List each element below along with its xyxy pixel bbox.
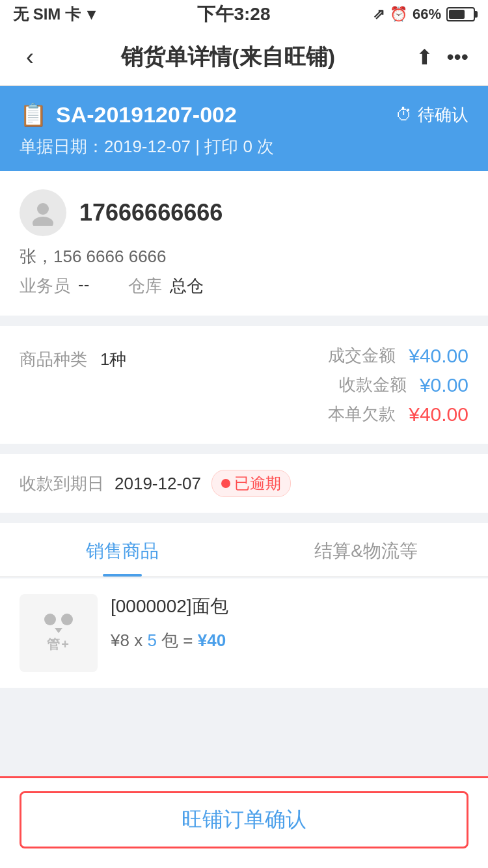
warehouse-label: 仓库 (128, 275, 162, 297)
order-status: ⏱ 待确认 (396, 103, 468, 126)
overdue-text: 已逾期 (234, 473, 281, 494)
nav-actions: ⬆ ••• (416, 45, 468, 70)
table-row: 管+ [0000002]面包 ¥8 x 5 包 = ¥40 (0, 578, 488, 688)
order-icon: 📋 (20, 102, 47, 128)
deal-label: 成交金额 (328, 344, 396, 367)
time-display: 下午3:28 (197, 2, 270, 27)
order-id-text: SA-20191207-002 (56, 102, 237, 128)
owed-value: ¥40.00 (409, 403, 468, 426)
svg-point-0 (37, 203, 49, 215)
duedate-date: 2019-12-07 (115, 474, 201, 494)
alarm-icon: ⏰ (390, 6, 407, 23)
product-thumbnail: 管+ (20, 594, 98, 672)
owed-label: 本单欠款 (328, 403, 396, 426)
customer-card: 17666666666 张，156 6666 6666 业务员 -- 仓库 总仓 (0, 171, 488, 316)
order-header: 📋 SA-20191207-002 ⏱ 待确认 单据日期：2019-12-07 … (0, 86, 488, 171)
back-button[interactable]: ‹ (20, 37, 40, 77)
total-text: ¥40 (198, 631, 226, 650)
status-bar: 无 SIM 卡 ▾ 下午3:28 ⇗ ⏰ 66% (0, 0, 488, 29)
type-value: 1种 (100, 348, 126, 371)
summary-card: 商品种类 1种 成交金额 ¥40.00 收款金额 ¥0.00 本单欠款 ¥40.… (0, 326, 488, 444)
tabs-container: 销售商品 结算&物流等 (0, 523, 488, 577)
order-id: 📋 SA-20191207-002 (20, 102, 237, 128)
status-right: ⇗ ⏰ 66% (373, 6, 475, 23)
wifi-icon: ▾ (87, 5, 95, 23)
svg-point-1 (33, 217, 53, 226)
share-icon[interactable]: ⬆ (416, 45, 433, 70)
avatar (20, 189, 66, 236)
tab-settlement-label: 结算&物流等 (314, 541, 418, 561)
product-type: 商品种类 1种 (20, 344, 126, 371)
battery-icon (446, 7, 475, 21)
order-date: 单据日期：2019-12-07 | 打印 0 次 (20, 135, 468, 158)
deal-value: ¥40.00 (409, 345, 468, 367)
overdue-dot-icon (221, 479, 230, 488)
payment-label: 收款金额 (339, 373, 407, 396)
location-icon: ⇗ (373, 6, 385, 23)
multiply-sign: x (134, 631, 147, 650)
duedate-label: 收款到期日 (20, 472, 104, 495)
price-text: ¥8 (111, 631, 129, 650)
customer-name: 张，156 6666 6666 (20, 245, 468, 268)
duedate-card: 收款到期日 2019-12-07 已逾期 (0, 454, 488, 513)
payment-value: ¥0.00 (420, 374, 468, 396)
tab-settlement[interactable]: 结算&物流等 (244, 523, 488, 576)
nav-bar: ‹ 销货单详情(来自旺铺) ⬆ ••• (0, 29, 488, 86)
type-label: 商品种类 (20, 348, 87, 371)
salesperson-value: -- (78, 275, 89, 297)
equals-sign: = (183, 631, 197, 650)
tab-sales-label: 销售商品 (86, 541, 159, 561)
salesperson-label: 业务员 (20, 275, 70, 297)
order-status-text: 待确认 (418, 103, 468, 126)
product-price: ¥8 x 5 包 = ¥40 (111, 629, 468, 652)
overdue-badge: 已逾期 (211, 470, 291, 497)
product-list: 管+ [0000002]面包 ¥8 x 5 包 = ¥40 (0, 578, 488, 688)
carrier-text: 无 SIM 卡 (13, 4, 81, 25)
bottom-bar: 旺铺订单确认 (0, 776, 488, 868)
unit-text: 包 (161, 631, 178, 650)
status-left: 无 SIM 卡 ▾ (13, 4, 95, 25)
page-title: 销货单详情(来自旺铺) (121, 42, 335, 72)
more-icon[interactable]: ••• (446, 45, 468, 69)
amount-summary: 成交金额 ¥40.00 收款金额 ¥0.00 本单欠款 ¥40.00 (328, 344, 468, 426)
product-name: [0000002]面包 (111, 594, 468, 619)
battery-percent: 66% (413, 6, 441, 23)
customer-meta: 业务员 -- 仓库 总仓 (20, 275, 468, 297)
quantity-text: 5 (147, 631, 156, 650)
customer-phone: 17666666666 (79, 199, 223, 226)
product-info: [0000002]面包 ¥8 x 5 包 = ¥40 (111, 594, 468, 652)
confirm-order-button[interactable]: 旺铺订单确认 (20, 791, 468, 848)
tab-sales-products[interactable]: 销售商品 (0, 523, 244, 576)
warehouse-value: 总仓 (170, 275, 204, 297)
status-clock-icon: ⏱ (396, 105, 413, 125)
